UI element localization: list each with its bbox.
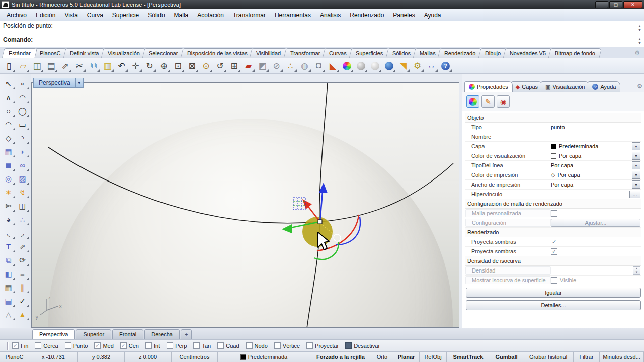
menu-transformar[interactable]: Transformar xyxy=(228,10,270,20)
zoom-dynamic-button[interactable]: ⊕ xyxy=(157,59,171,72)
shaded-sphere-button[interactable] xyxy=(354,59,368,72)
menu-acotacion[interactable]: Acotación xyxy=(193,10,228,20)
toolbar-tab-bitmap-de-fondo[interactable]: Bitmap de fondo xyxy=(548,48,602,58)
cplane-button[interactable]: ◩ xyxy=(256,59,269,72)
render-cone-button[interactable]: ◣ xyxy=(326,59,340,72)
toolbar-tab-solidos[interactable]: Sólidos xyxy=(385,48,417,58)
gear-icon[interactable]: ⚙ xyxy=(637,83,642,90)
chevron-down-icon[interactable]: ▼ xyxy=(76,78,84,88)
copy-button[interactable]: ⧉ xyxy=(87,59,100,72)
arc-button[interactable]: ◠ xyxy=(2,118,16,131)
status-centimetros[interactable]: Centímetros xyxy=(172,352,218,362)
texture-ball-button[interactable]: ◉ xyxy=(497,95,510,108)
torus-button[interactable]: ◎ xyxy=(2,172,16,186)
igualar-button[interactable]: Igualar xyxy=(466,288,641,298)
save-button[interactable]: ◫ xyxy=(30,59,44,72)
paste-button[interactable]: ▥ xyxy=(101,59,114,72)
pan-hand-button[interactable]: ✛ xyxy=(129,59,142,72)
open-folder-button[interactable]: ▱ xyxy=(16,59,30,72)
ancho-impresion-dropdown[interactable]: ▼ xyxy=(632,180,640,189)
status-forzado-a-la-rejilla[interactable]: Forzado a la rejilla xyxy=(310,352,371,362)
linear-array-button[interactable]: ∥ xyxy=(16,281,30,294)
box-button[interactable]: ◼ xyxy=(2,158,16,172)
osnap-cerca[interactable]: Cerca xyxy=(35,342,58,349)
toolbar-tab-estandar[interactable]: Estándar xyxy=(2,48,38,58)
densidad-spinner[interactable]: ▲▼ xyxy=(633,266,640,275)
command-input[interactable]: Comando: ▲▼ xyxy=(0,35,644,47)
new-viewport-tab-button[interactable]: + xyxy=(181,329,192,339)
flash-button[interactable]: ↯ xyxy=(16,186,30,199)
maximize-button[interactable]: ▢ xyxy=(609,1,622,8)
menu-vista[interactable]: Vista xyxy=(60,10,82,20)
command-history[interactable]: Posición de punto: ▲▼ xyxy=(0,21,644,35)
circle-button[interactable]: ○ xyxy=(2,104,16,118)
menu-renderizado[interactable]: Renderizado xyxy=(345,10,388,20)
menu-analisis[interactable]: Análisis xyxy=(315,10,345,20)
osnap-punto-checkbox[interactable] xyxy=(65,342,71,349)
trim-button[interactable]: ✄ xyxy=(2,199,16,213)
osnap-cen-checkbox[interactable] xyxy=(120,342,127,349)
close-button[interactable]: ✕ xyxy=(623,1,642,8)
color-visualizacion-dropdown[interactable]: ▼ xyxy=(632,152,640,160)
lock-button[interactable]: ◘ xyxy=(312,59,326,72)
sweep-surface-button[interactable]: ◗ xyxy=(16,145,30,158)
status-refobj[interactable]: RefObj xyxy=(420,352,447,362)
help-button[interactable]: ? xyxy=(439,59,452,72)
osnap-cuad-checkbox[interactable] xyxy=(217,342,224,349)
toolbar-tab-seleccionar[interactable]: Seleccionar xyxy=(142,48,185,58)
minimize-button[interactable]: — xyxy=(595,1,608,8)
osnap-med[interactable]: Med xyxy=(94,342,113,349)
command-input-spinner[interactable]: ▲▼ xyxy=(635,35,644,47)
hipervinculo-browse-button[interactable]: ... xyxy=(629,191,640,198)
status-minutos-desd[interactable]: Minutos desd... xyxy=(600,352,644,362)
menu-archivo[interactable]: Archivo xyxy=(2,10,31,20)
osnap-vertice-checkbox[interactable] xyxy=(274,342,281,349)
scale-button[interactable]: ⇗ xyxy=(16,240,30,253)
viewport-tab-superior[interactable]: Superior xyxy=(76,329,111,339)
osnap-punto[interactable]: Punto xyxy=(65,342,88,349)
boolean-union-button[interactable]: ◧ xyxy=(2,267,16,281)
cursor-arrow-button[interactable]: ↖ xyxy=(2,77,16,90)
viewport-tab-perspectiva[interactable]: Perspectiva xyxy=(32,329,75,339)
color-impresion-dropdown[interactable]: ▼ xyxy=(632,171,640,179)
cut-button[interactable]: ✂ xyxy=(72,59,86,72)
tipodelinea-dropdown[interactable]: ▼ xyxy=(632,161,640,169)
split-button[interactable]: ◫ xyxy=(16,199,30,213)
point-button[interactable]: ∘ xyxy=(16,77,30,90)
check-button[interactable]: ✓ xyxy=(16,294,30,308)
osnap-proyectar[interactable]: Proyectar xyxy=(306,342,339,349)
lamp-button[interactable]: ◍ xyxy=(298,59,311,72)
osnap-int-checkbox[interactable] xyxy=(145,342,152,349)
proyecta-sombras-checkbox-1[interactable] xyxy=(551,239,557,245)
print-button[interactable]: ▤ xyxy=(44,59,58,72)
viewport-tab-frontal[interactable]: Frontal xyxy=(112,329,143,339)
osnap-nodo-checkbox[interactable] xyxy=(246,342,253,349)
menu-paneles[interactable]: Paneles xyxy=(388,10,419,20)
status-z-0-000[interactable]: z 0.000 xyxy=(125,352,172,362)
osnap-perp[interactable]: Perp xyxy=(167,342,187,349)
osnap-perp-checkbox[interactable] xyxy=(167,342,173,349)
mesh-surface-button[interactable]: ▨ xyxy=(16,172,30,186)
material-pen-button[interactable]: ✎ xyxy=(481,95,495,108)
detalles-button[interactable]: Detalles... xyxy=(466,300,641,310)
status-gumball[interactable]: Gumball xyxy=(490,352,523,362)
color-wheel-button[interactable] xyxy=(340,59,354,72)
osnap-tan-checkbox[interactable] xyxy=(193,342,200,349)
menu-solido[interactable]: Sólido xyxy=(143,10,169,20)
dimension-button[interactable]: ↔ xyxy=(425,59,438,72)
spheres-button[interactable]: ∞ xyxy=(16,158,30,172)
toolbar-tab-novedades-v5[interactable]: Novedades V5 xyxy=(503,48,553,58)
surface-from-points-button[interactable]: ▦ xyxy=(2,145,16,158)
viewport-layout-button[interactable]: ⊞ xyxy=(227,59,241,72)
blend-curve-button[interactable]: ◞ xyxy=(16,226,30,240)
osnap-fin[interactable]: Fin xyxy=(12,342,28,349)
osnap-desactivar[interactable]: Desactivar xyxy=(345,342,380,349)
osnap-cen[interactable]: Cen xyxy=(120,342,139,349)
control-point-curve-button[interactable]: ◠ xyxy=(16,90,30,104)
object-properties-button[interactable] xyxy=(466,95,479,108)
polyline-button[interactable]: ∧ xyxy=(2,90,16,104)
car-button[interactable]: ▰ xyxy=(242,59,255,72)
toolbar-tab-planosc[interactable]: PlanosC xyxy=(33,48,67,58)
osnap-desactivar-checkbox[interactable] xyxy=(345,342,352,349)
osnap-vertice[interactable]: Vértice xyxy=(274,342,300,349)
